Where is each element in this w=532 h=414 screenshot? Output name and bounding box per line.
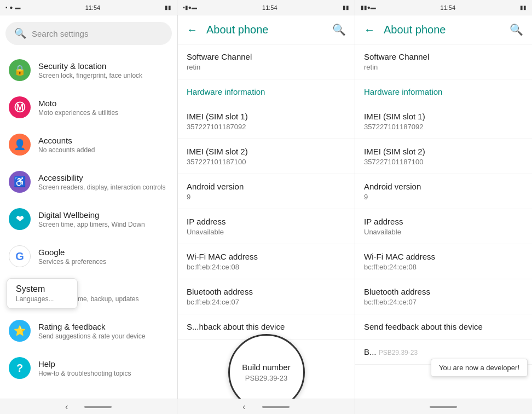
- search-button-mid[interactable]: 🔍: [332, 23, 346, 36]
- accessibility-icon: ♿: [9, 171, 31, 193]
- ip-address-value-mid: Unavailable: [187, 228, 346, 236]
- battery-icons-left: ▮▮: [165, 4, 171, 10]
- sidebar-item-accounts[interactable]: 👤 Accounts No accounts added: [0, 126, 177, 163]
- send-feedback-title-right: Send feedback about this device: [364, 322, 523, 331]
- search-icon: 🔍: [14, 27, 26, 39]
- imei2-item-mid[interactable]: IMEI (SIM slot 2) 357227101187100: [178, 139, 355, 174]
- search-bar[interactable]: 🔍 Search settings: [5, 22, 172, 45]
- signal-icon-right: ▮▮●▬: [361, 4, 376, 10]
- sidebar-item-accessibility[interactable]: ♿ Accessibility Screen readers, display,…: [0, 163, 177, 200]
- ip-address-item-right[interactable]: IP address Unavailable: [355, 209, 532, 244]
- software-channel-value-mid: retin: [187, 63, 346, 71]
- battery-icon-mid: ▮▮: [343, 4, 349, 10]
- status-bar: ▪ ● ▬ 11:54 ▮▮ ▪▮●▬ 11:54 ▮▮ ▮▮●▬ 11:54 …: [0, 0, 532, 15]
- accounts-text: Accounts No accounts added: [38, 136, 169, 154]
- sidebar-item-help[interactable]: ? Help How-to & troubleshooting topics: [0, 349, 177, 387]
- status-icons-left-1: ▪ ● ▬: [5, 4, 21, 10]
- main-container: 🔍 Search settings 🔒 Security & location …: [0, 15, 532, 399]
- bluetooth-title-right: Bluetooth address: [364, 287, 523, 296]
- imei2-item-right[interactable]: IMEI (SIM slot 2) 357227101187100: [355, 139, 532, 174]
- developer-toast: You are now a developer!: [431, 359, 528, 377]
- bluetooth-title-mid: Bluetooth address: [187, 287, 346, 296]
- build-number-item-mid[interactable]: Build number PSB29.39-23: [178, 340, 355, 399]
- home-pill-mid[interactable]: [262, 406, 290, 408]
- imei1-item-right[interactable]: IMEI (SIM slot 1) 357227101187092: [355, 104, 532, 139]
- security-subtitle: Screen lock, fingerprint, face unlock: [38, 72, 169, 79]
- rating-icon: ⭐: [9, 320, 31, 342]
- android-version-item-right[interactable]: Android version 9: [355, 174, 532, 209]
- sidebar-item-system[interactable]: System Languages... ℹ System Languages, …: [0, 275, 177, 312]
- back-nav-mid[interactable]: ‹: [242, 402, 245, 412]
- ip-address-title-mid: IP address: [187, 217, 346, 226]
- android-version-item-mid[interactable]: Android version 9: [178, 174, 355, 209]
- about-title-mid: About phone: [206, 24, 332, 36]
- software-channel-item-right[interactable]: Software Channel retin: [355, 44, 532, 79]
- security-text: Security & location Screen lock, fingerp…: [38, 61, 169, 79]
- sms-icon: ▬: [15, 4, 21, 10]
- search-placeholder: Search settings: [32, 29, 88, 38]
- wifi-mac-value-mid: bc:ff:eb:24:ce:08: [187, 263, 346, 271]
- sidebar-item-security[interactable]: 🔒 Security & location Screen lock, finge…: [0, 51, 177, 89]
- wifi-mac-item-right[interactable]: Wi-Fi MAC address bc:ff:eb:24:ce:08: [355, 244, 532, 279]
- build-number-title-right: B... PSB29.39-23: [364, 347, 523, 357]
- bluetooth-item-right[interactable]: Bluetooth address bc:ff:eb:24:ce:07: [355, 279, 532, 314]
- software-channel-title-mid: Software Channel: [187, 52, 346, 61]
- wifi-mac-title-right: Wi-Fi MAC address: [364, 252, 523, 261]
- help-icon: ?: [9, 357, 31, 379]
- about-title-right: About phone: [384, 24, 510, 36]
- nav-segment-right: [355, 399, 532, 414]
- digital-wellbeing-subtitle: Screen time, app timers, Wind Down: [38, 221, 169, 228]
- digital-wellbeing-title: Digital Wellbeing: [38, 210, 169, 220]
- about-header-mid: ← About phone 🔍: [178, 15, 355, 44]
- search-button-right[interactable]: 🔍: [510, 23, 523, 36]
- google-subtitle: Services & preferences: [38, 258, 169, 266]
- sidebar-item-moto[interactable]: Ⓜ Moto Moto experiences & utilities: [0, 89, 177, 126]
- wifi-mac-item-mid[interactable]: Wi-Fi MAC address bc:ff:eb:24:ce:08: [178, 244, 355, 279]
- notification-icon: ▪: [5, 4, 8, 10]
- imei1-item-mid[interactable]: IMEI (SIM slot 1) 357227101187092: [178, 104, 355, 139]
- digital-wellbeing-icon: ❤: [9, 208, 31, 230]
- hardware-info-header-mid: Hardware information: [178, 79, 355, 104]
- hardware-info-header-right: Hardware information: [355, 79, 532, 104]
- system-tooltip: System Languages...: [7, 278, 78, 309]
- sidebar-item-rating[interactable]: ⭐ Rating & feedback Send suggestions & r…: [0, 312, 177, 349]
- build-number-title: Build number: [242, 363, 290, 372]
- bluetooth-item-mid[interactable]: Bluetooth address bc:ff:eb:24:ce:07: [178, 279, 355, 314]
- android-version-title-right: Android version: [364, 182, 523, 191]
- moto-subtitle: Moto experiences & utilities: [38, 109, 169, 117]
- rating-text: Rating & feedback Send suggestions & rat…: [38, 322, 169, 340]
- status-segment-left: ▪ ● ▬ 11:54 ▮▮: [0, 0, 177, 15]
- signal-icon-mid: ▪▮●▬: [183, 4, 197, 10]
- ip-address-item-mid[interactable]: IP address Unavailable: [178, 209, 355, 244]
- google-text: Google Services & preferences: [38, 248, 169, 266]
- back-nav-left[interactable]: ‹: [65, 402, 68, 412]
- help-subtitle: How-to & troubleshooting topics: [38, 370, 169, 377]
- send-feedback-item-right[interactable]: Send feedback about this device: [355, 314, 532, 340]
- android-version-value-mid: 9: [187, 193, 346, 201]
- settings-list: 🔒 Security & location Screen lock, finge…: [0, 51, 177, 399]
- accessibility-title: Accessibility: [38, 173, 169, 182]
- rating-subtitle: Send suggestions & rate your device: [38, 332, 169, 340]
- home-pill-left[interactable]: [84, 406, 112, 408]
- status-segment-mid: ▪▮●▬ 11:54 ▮▮: [177, 0, 355, 15]
- security-title: Security & location: [38, 61, 169, 71]
- build-number-value: PSB29.39-23: [245, 374, 287, 382]
- android-version-title-mid: Android version: [187, 182, 346, 191]
- software-channel-item-mid[interactable]: Software Channel retin: [178, 44, 355, 79]
- accounts-icon: 👤: [9, 134, 31, 156]
- google-icon: G: [9, 245, 31, 267]
- back-button-mid[interactable]: ←: [187, 24, 198, 36]
- moto-text: Moto Moto experiences & utilities: [38, 99, 169, 117]
- shield-icon: ●: [10, 4, 13, 10]
- back-button-right[interactable]: ←: [364, 24, 375, 36]
- imei1-value-right: 357227101187092: [364, 123, 523, 131]
- nav-bar: ‹ ‹: [0, 399, 532, 414]
- sidebar-item-digital-wellbeing[interactable]: ❤ Digital Wellbeing Screen time, app tim…: [0, 200, 177, 238]
- home-pill-right[interactable]: [430, 406, 457, 408]
- sidebar-item-google[interactable]: G Google Services & preferences: [0, 238, 177, 275]
- digital-wellbeing-text: Digital Wellbeing Screen time, app timer…: [38, 210, 169, 228]
- time-right: 11:54: [441, 4, 456, 11]
- imei1-value-mid: 357227101187092: [187, 123, 346, 131]
- status-segment-right: ▮▮●▬ 11:54 ▮▮: [355, 0, 532, 15]
- about-list-mid: Software Channel retin Hardware informat…: [178, 44, 355, 399]
